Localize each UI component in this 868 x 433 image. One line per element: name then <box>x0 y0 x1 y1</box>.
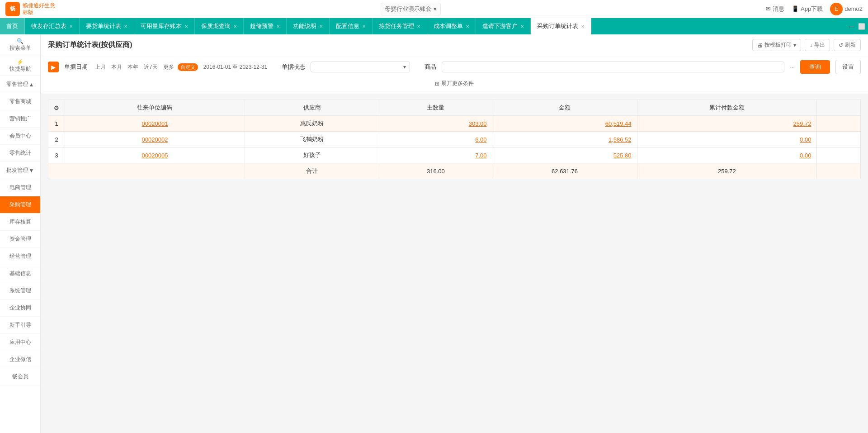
table-header-row: ⚙ 往来单位编码 供应商 主数量 金额 累计付款金额 <box>48 100 861 116</box>
sidebar-item-finance[interactable]: 资金管理 <box>0 231 40 248</box>
table-footer-row: 合计 316.00 62,631.76 259.72 <box>48 163 861 179</box>
table-row: 3 00020005 好孩子 7.00 525.80 0.00 <box>48 148 861 163</box>
filter-toggle-button[interactable]: ▶ <box>48 62 59 72</box>
sidebar-item-inventory[interactable]: 库存核算 <box>0 214 40 231</box>
sidebar-item-system[interactable]: 系统管理 <box>0 282 40 300</box>
page-header-actions: 🖨 按模板打印 ▾ ↓ 导出 ↺ 刷新 <box>752 39 861 51</box>
gear-icon[interactable]: ⚙ <box>54 105 59 111</box>
tab-cost-adjust[interactable]: 成本调整单 ✕ <box>427 18 476 34</box>
tab-close-icon[interactable]: ✕ <box>417 24 420 29</box>
app-download-button[interactable]: 📱 App下载 <box>792 5 823 13</box>
settings-button[interactable]: 设置 <box>835 60 861 74</box>
tab-close-icon[interactable]: ✕ <box>520 24 524 29</box>
sidebar-item-vip[interactable]: 畅会员 <box>0 368 40 385</box>
sidebar-item-retail[interactable]: 零售管理 ▲ <box>0 76 40 93</box>
row-amount[interactable]: 525.80 <box>492 148 637 163</box>
tab-goods-stats[interactable]: 要货单统计表 ✕ <box>80 18 134 34</box>
user-menu[interactable]: E demo2 <box>830 3 863 15</box>
sidebar-search[interactable]: 🔍 搜索菜单 <box>0 34 40 56</box>
sidebar-quick-nav[interactable]: ⚡ 快捷导航 <box>0 56 40 76</box>
tab-available-stock[interactable]: 可用量库存账本 ✕ <box>134 18 195 34</box>
more-options-icon[interactable]: ··· <box>790 64 795 71</box>
row-quantity[interactable]: 7.00 <box>379 148 492 163</box>
row-code[interactable]: 00020001 <box>65 116 245 132</box>
tab-purchase-stats[interactable]: 采购订单统计表 ✕ <box>531 18 591 34</box>
row-paid[interactable]: 0.00 <box>637 132 817 148</box>
sidebar-item-enterprise[interactable]: 企业协同 <box>0 300 40 317</box>
sidebar-item-member[interactable]: 会员中心 <box>0 128 40 145</box>
col-paid: 累计付款金额 <box>637 100 817 116</box>
custom-date-badge[interactable]: 自定义 <box>178 63 198 71</box>
sidebar-item-app-center[interactable]: 应用中心 <box>0 334 40 351</box>
row-supplier: 飞鹤奶粉 <box>245 132 379 148</box>
sidebar-item-basic[interactable]: 基础信息 <box>0 265 40 282</box>
minimize-icon: — <box>849 23 854 30</box>
sidebar-item-wholesale[interactable]: 批发管理 ▼ <box>0 162 40 179</box>
tab-expiry-query[interactable]: 保质期查询 ✕ <box>195 18 244 34</box>
row-index: 3 <box>48 148 65 163</box>
row-amount[interactable]: 1,586.52 <box>492 132 637 148</box>
tab-close-icon[interactable]: ✕ <box>184 24 188 29</box>
row-amount[interactable]: 60,519.44 <box>492 116 637 132</box>
sidebar-item-newbie[interactable]: 新手引导 <box>0 317 40 334</box>
sidebar-item-wechat[interactable]: 企业微信 <box>0 351 40 368</box>
row-code[interactable]: 00020005 <box>65 148 245 163</box>
expand-more-button[interactable]: ⊞ 展开更多条件 <box>48 78 861 89</box>
row-extra <box>817 148 861 163</box>
sidebar-item-retail-stats[interactable]: 零售统计 <box>0 145 40 162</box>
footer-supplier-cell: 合计 <box>245 163 379 179</box>
page-area: 采购订单统计表(按供应商) 🖨 按模板打印 ▾ ↓ 导出 ↺ 刷新 <box>41 34 868 433</box>
search-button[interactable]: 查询 <box>800 60 830 74</box>
tab-close-icon[interactable]: ✕ <box>319 24 323 29</box>
tab-close-icon[interactable]: ✕ <box>69 24 73 29</box>
chevron-down-icon: ▼ <box>29 167 34 174</box>
select-arrow-icon: ▾ <box>403 64 406 70</box>
sidebar-item-ecommerce[interactable]: 电商管理 <box>0 179 40 196</box>
message-button[interactable]: ✉ 消息 <box>766 5 784 13</box>
page-title: 采购订单统计表(按供应商) <box>48 40 132 50</box>
main-content: 🔍 搜索菜单 ⚡ 快捷导航 零售管理 ▲ 零售商城 营销推广 会员中心 零售统计… <box>0 34 868 433</box>
tab-collect-pay[interactable]: 收发存汇总表 ✕ <box>25 18 80 34</box>
shortcut-7days[interactable]: 近7天 <box>142 62 160 72</box>
tab-close-icon[interactable]: ✕ <box>466 24 469 29</box>
export-button[interactable]: ↓ 导出 <box>805 39 830 51</box>
tab-func-desc[interactable]: 功能说明 ✕ <box>287 18 330 34</box>
row-code[interactable]: 00020002 <box>65 132 245 148</box>
goods-filter-label: 商品 <box>425 63 436 71</box>
sidebar-item-ops[interactable]: 经营管理 <box>0 248 40 265</box>
workspace-selector[interactable]: 母婴行业演示账套 ▾ <box>381 3 441 15</box>
template-print-button[interactable]: 🖨 按模板打印 ▾ <box>752 39 801 51</box>
shortcut-this-year[interactable]: 本年 <box>126 62 140 72</box>
col-amount: 金额 <box>492 100 637 116</box>
tab-pick-task[interactable]: 拣货任务管理 ✕ <box>373 18 427 34</box>
tab-close-icon[interactable]: ✕ <box>276 24 280 29</box>
tab-home[interactable]: 首页 <box>0 18 25 34</box>
goods-search-input[interactable] <box>442 62 784 72</box>
footer-paid-cell: 259.72 <box>637 163 817 179</box>
tab-invite-downstream[interactable]: 邀请下游客户 ✕ <box>476 18 531 34</box>
sidebar-item-retail-mall[interactable]: 零售商城 <box>0 93 40 110</box>
filter-area: ▶ 单据日期 上月 本月 本年 近7天 更多 自定义 2016-01-01 至 … <box>41 55 868 94</box>
shortcut-last-month[interactable]: 上月 <box>93 62 108 72</box>
tab-overflow-button[interactable]: — ⬜ <box>846 23 868 30</box>
row-quantity[interactable]: 6.00 <box>379 132 492 148</box>
footer-label-cell <box>48 163 245 179</box>
logo-icon: 畅 <box>5 2 20 16</box>
tab-close-icon[interactable]: ✕ <box>124 24 127 29</box>
row-quantity[interactable]: 303.00 <box>379 116 492 132</box>
status-select[interactable]: ▾ <box>311 62 410 72</box>
row-paid[interactable]: 259.72 <box>637 116 817 132</box>
tab-config-info[interactable]: 配置信息 ✕ <box>330 18 373 34</box>
row-paid[interactable]: 0.00 <box>637 148 817 163</box>
tab-close-icon[interactable]: ✕ <box>362 24 366 29</box>
sidebar-item-purchase[interactable]: 采购管理 <box>0 196 40 214</box>
col-settings[interactable]: ⚙ <box>48 100 65 116</box>
sidebar-item-marketing[interactable]: 营销推广 <box>0 110 40 128</box>
tab-close-icon[interactable]: ✕ <box>581 24 585 29</box>
tab-overstock-warning[interactable]: 超储预警 ✕ <box>244 18 287 34</box>
shortcut-more[interactable]: 更多 <box>161 62 176 72</box>
printer-icon: 🖨 <box>757 42 763 48</box>
tab-close-icon[interactable]: ✕ <box>233 24 237 29</box>
refresh-button[interactable]: ↺ 刷新 <box>834 39 861 51</box>
shortcut-this-month[interactable]: 本月 <box>109 62 124 72</box>
